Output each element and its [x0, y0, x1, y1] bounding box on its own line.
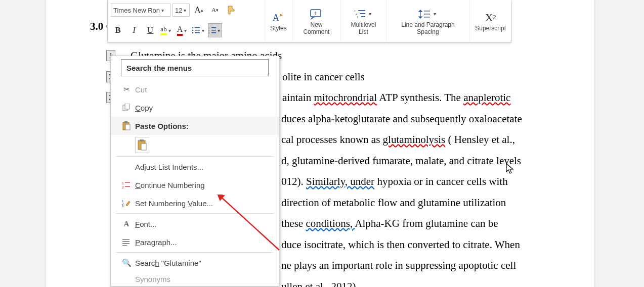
bullets-button[interactable]: ▾	[192, 23, 206, 37]
svg-text:3: 3	[208, 32, 210, 34]
svg-point-2	[192, 30, 194, 31]
chevron-down-icon[interactable]: ▾	[160, 8, 165, 13]
svg-rect-33	[125, 182, 130, 183]
svg-rect-16	[358, 10, 365, 11]
paste-options-row	[111, 135, 279, 155]
svg-rect-42	[122, 245, 127, 246]
multilevel-list-icon: 1ai▾	[354, 7, 373, 21]
superscript-button[interactable]: X2 Superscript	[469, 0, 511, 42]
menu-search-input[interactable]	[121, 59, 269, 76]
paste-icon	[118, 121, 135, 130]
svg-rect-20	[361, 16, 365, 17]
cut-icon: ✂	[118, 85, 135, 94]
font-size-select[interactable]: 12▾	[173, 4, 190, 17]
set-numbering-icon: 123	[118, 199, 135, 207]
svg-text:1: 1	[122, 181, 124, 185]
separator	[116, 156, 274, 157]
spacing-icon: ▾	[418, 7, 438, 21]
adjust-list-indents-item[interactable]: Adjust List Indents...	[111, 158, 279, 176]
styles-button[interactable]: A Styles	[265, 0, 292, 42]
svg-text:2: 2	[122, 185, 124, 189]
paste-keep-source-button[interactable]	[135, 137, 149, 153]
menu-search[interactable]	[121, 59, 269, 76]
svg-text:i: i	[357, 16, 358, 19]
font-item[interactable]: A Font...	[111, 215, 279, 233]
search-icon: 🔍	[118, 258, 135, 267]
svg-rect-31	[141, 144, 146, 150]
bold-button[interactable]: B	[111, 23, 125, 37]
svg-rect-18	[360, 13, 365, 14]
context-menu: ✂ Cut Copy Paste Options: Adjust List In…	[110, 56, 279, 286]
svg-rect-11	[211, 32, 216, 33]
new-comment-button[interactable]: + New Comment	[292, 0, 340, 42]
svg-text:+: +	[314, 10, 317, 17]
copy-item[interactable]: Copy	[111, 99, 279, 117]
svg-rect-35	[125, 186, 130, 187]
svg-text:3: 3	[122, 205, 124, 207]
shrink-font-button[interactable]: A▾	[208, 3, 222, 17]
new-comment-label: New Comment	[297, 21, 335, 35]
paragraph-item[interactable]: Paragraph...	[111, 233, 279, 251]
svg-rect-1	[195, 27, 200, 28]
paragraph-icon	[118, 238, 135, 246]
chevron-down-icon[interactable]: ▾	[182, 8, 188, 13]
comment-icon: +	[310, 7, 323, 21]
svg-rect-41	[122, 243, 130, 244]
spacing-label: Line and Paragraph Spacing	[392, 21, 465, 35]
set-numbering-value-item[interactable]: 123 Set Numbering Value...	[111, 194, 279, 212]
underline-button[interactable]: U	[143, 23, 157, 37]
list-item-text: aintain mitochrondrial ATP synthesis. Th…	[282, 91, 510, 104]
svg-point-0	[192, 27, 194, 29]
continue-numbering-item[interactable]: 12 Continue Numbering	[111, 176, 279, 194]
multilevel-list-button[interactable]: 1ai▾ Multilevel List	[340, 0, 386, 42]
font-size-value: 12	[175, 7, 182, 14]
font-name-select[interactable]: Times New Ron▾	[111, 4, 170, 17]
format-painter-button[interactable]	[224, 3, 238, 17]
highlight-button[interactable]: ab▾	[159, 23, 174, 37]
search-item[interactable]: 🔍 Search "Glutamine"	[111, 254, 279, 272]
svg-rect-27	[124, 121, 127, 123]
font-icon: A	[118, 220, 135, 228]
svg-rect-22	[424, 14, 430, 15]
svg-rect-21	[424, 11, 430, 12]
svg-rect-3	[195, 30, 200, 31]
multilevel-label: Multilevel List	[346, 21, 381, 35]
styles-label: Styles	[270, 25, 287, 32]
svg-rect-25	[125, 104, 130, 109]
synonyms-item[interactable]: Synonyms	[111, 272, 279, 286]
svg-rect-39	[122, 239, 130, 240]
superscript-label: Superscript	[475, 25, 506, 32]
cut-item: ✂ Cut	[111, 80, 279, 99]
separator	[116, 252, 274, 253]
mini-toolbar: Times New Ron▾ 12▾ A▴ A▾ B I U ab▾ A▾ ▾ …	[107, 0, 511, 42]
svg-rect-7	[211, 27, 216, 28]
svg-rect-30	[140, 139, 144, 141]
svg-point-4	[192, 32, 194, 34]
superscript-icon: X2	[485, 11, 496, 25]
line-spacing-button[interactable]: ▾ Line and Paragraph Spacing	[386, 0, 470, 42]
svg-rect-28	[125, 124, 130, 130]
svg-rect-5	[195, 32, 200, 33]
list-item-text: olite in cancer cells	[282, 71, 365, 83]
grow-font-button[interactable]: A▴	[192, 3, 206, 17]
svg-text:A: A	[273, 13, 279, 23]
copy-icon	[118, 104, 135, 112]
svg-rect-23	[424, 17, 430, 18]
font-color-button[interactable]: A▾	[176, 23, 190, 37]
separator	[116, 213, 274, 214]
svg-rect-9	[211, 30, 216, 31]
continue-numbering-icon: 12	[118, 181, 135, 189]
styles-icon: A	[272, 11, 285, 25]
italic-button[interactable]: I	[127, 23, 141, 37]
svg-rect-40	[122, 241, 130, 242]
font-name-value: Times New Ron	[113, 7, 160, 14]
numbering-button[interactable]: 123▾	[208, 23, 222, 37]
paste-options-header: Paste Options:	[111, 117, 279, 135]
